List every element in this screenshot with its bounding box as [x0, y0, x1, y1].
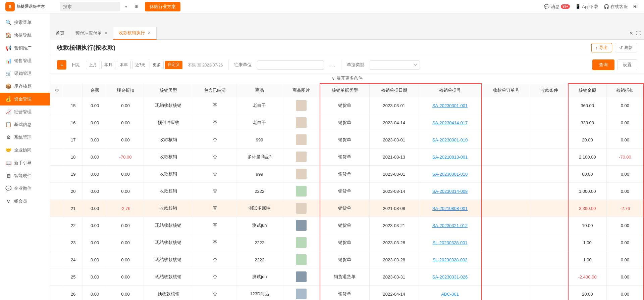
tab-prepay[interactable]: 预付冲应付单 ✕ [70, 27, 113, 40]
td-verify-bill-no[interactable]: SA-20210808-001 [419, 200, 481, 217]
date-btn-more[interactable]: 更多 [150, 61, 164, 69]
tab-home[interactable]: 首页 [50, 27, 70, 40]
message-icon: 💬 [544, 4, 549, 9]
tab-receipt-close[interactable]: ✕ [148, 31, 151, 35]
td-gear [50, 251, 64, 268]
td-balance: 0.00 [83, 114, 107, 131]
td-product: 999 [236, 166, 283, 183]
td-product-img [283, 166, 320, 183]
td-included-settled: 否 [193, 217, 236, 234]
td-product-img [283, 268, 320, 286]
td-product-img [283, 148, 320, 166]
sidebar-item-member[interactable]: V 畅会员 [0, 195, 50, 208]
td-verify-bill-type: 销货单 [320, 286, 370, 300]
td-product: 2222 [236, 183, 283, 200]
td-verify-bill-no[interactable]: SA-20210813-001 [419, 148, 481, 166]
td-verify-bill-no[interactable]: SA-20230301-001 [419, 97, 481, 114]
tab-close-btn[interactable]: ✕ [629, 31, 633, 36]
industry-btn[interactable]: 休验行业方案 [145, 2, 180, 11]
td-verify-type: 收款核销 [144, 148, 193, 166]
date-btn-last-month[interactable]: 上月 [86, 61, 100, 69]
table-row: 22 0.00 0.00 现结收款核销 否 测试jun 销货单 2023-03-… [50, 217, 644, 234]
date-btn-this-year[interactable]: 本年 [117, 61, 131, 69]
sidebar-item-finance[interactable]: 💰 资金管理 [0, 93, 50, 105]
sidebar-item-system[interactable]: ⚙ 系统管理 [0, 131, 50, 144]
td-cash-discount: 0.00 [107, 234, 144, 251]
date-btn-7days[interactable]: 近7天 [132, 61, 149, 69]
expand-more-conditions[interactable]: ∨ 展开更多条件 [50, 74, 644, 83]
enterprise-icon: 🤝 [5, 147, 11, 153]
td-verify-bill-no[interactable]: SL-20230328-002 [419, 251, 481, 268]
sidebar-item-label: 系统管理 [14, 134, 32, 140]
td-verify-type: 收款核销 [144, 131, 193, 148]
td-product: 123D商品 [236, 286, 283, 300]
td-verify-bill-no[interactable]: SA-20230301-010 [419, 166, 481, 183]
settings-btn[interactable]: 设置 [617, 59, 637, 70]
export-btn[interactable]: ↑ 导出 [591, 43, 612, 52]
td-verify-bill-no[interactable]: SA-20230321-012 [419, 217, 481, 234]
tab-maximize-btn[interactable]: ⛶ [636, 31, 641, 36]
th-gear[interactable]: ⚙ [50, 84, 64, 97]
date-btn-this-month[interactable]: 本月 [101, 61, 115, 69]
td-verify-amount: 60.00 [568, 166, 607, 183]
td-verify-bill-no[interactable]: SA-20230331-026 [419, 268, 481, 286]
sidebar-item-marketing[interactable]: 📢 营销推广 [0, 42, 50, 54]
sidebar-item-guide[interactable]: 📖 新手引导 [0, 157, 50, 169]
message-btn[interactable]: 💬 消息 99+ [544, 4, 570, 10]
partner-input[interactable] [257, 60, 324, 70]
td-product-img [283, 200, 320, 217]
td-verify-bill-no[interactable]: SA-20230301-010 [419, 131, 481, 148]
refresh-btn[interactable]: ↺ 刷新 [615, 43, 637, 52]
query-btn[interactable]: 查询 [592, 59, 614, 70]
date-btn-custom[interactable]: 自定义 [165, 61, 182, 69]
td-verify-bill-no[interactable]: SA-20230414-017 [419, 114, 481, 131]
td-verify-bill-no[interactable]: SA-20230314-008 [419, 183, 481, 200]
sidebar-item-hardware[interactable]: 🖥 智能硬件 [0, 169, 50, 182]
td-balance: 0.00 [83, 286, 107, 300]
td-verify-bill-type: 销货退货单 [320, 268, 370, 286]
export-icon: ↑ [596, 45, 598, 50]
sidebar-item-enterprise[interactable]: 🤝 企业协同 [0, 144, 50, 157]
bill-type-select[interactable] [370, 60, 420, 70]
td-product-img [283, 183, 320, 200]
gear-icon[interactable]: ⚙ [132, 2, 141, 11]
tab-receipt[interactable]: 收款核销执行 ✕ [113, 27, 157, 40]
sidebar-item-purchase[interactable]: 🛒 采购管理 [0, 67, 50, 80]
search-input[interactable] [60, 2, 120, 11]
sidebar-item-operations[interactable]: 📈 经营管理 [0, 105, 50, 118]
dropdown-arrow[interactable]: ▼ [124, 4, 128, 9]
td-verify-bill-no[interactable]: ABC-001 [419, 286, 481, 300]
td-product: 测试多属性 [236, 200, 283, 217]
sidebar-item-inventory[interactable]: 📦 库存核算 [0, 80, 50, 93]
sidebar-item-wechat[interactable]: 💬 企业微信 [0, 182, 50, 195]
sidebar-item-search[interactable]: 🔍 搜索菜单 [0, 16, 50, 29]
td-seq: 23 [64, 234, 83, 251]
th-verify-discount: 核销折扣 [606, 84, 644, 97]
app-download-btn[interactable]: 📱 App下载 [575, 4, 598, 10]
tabs-right-actions: ✕ ⛶ [629, 31, 644, 36]
tab-prepay-close[interactable]: ✕ [104, 31, 108, 36]
sidebar-item-quicknav[interactable]: 🏠 快捷导航 [0, 29, 50, 42]
td-seq: 19 [64, 166, 83, 183]
td-verify-discount: -2.76 [606, 200, 644, 217]
td-seq: 20 [64, 183, 83, 200]
td-verify-amount: 1.00 [568, 251, 607, 268]
td-included-settled: 否 [193, 183, 236, 200]
td-receipt-order-no [481, 183, 531, 200]
partner-dots[interactable]: ... [329, 62, 336, 68]
td-product-img [283, 286, 320, 300]
sidebar-item-basic[interactable]: 📋 基础信息 [0, 118, 50, 131]
td-verify-amount: 20.00 [568, 131, 607, 148]
td-verify-bill-type: 销货单 [320, 200, 370, 217]
td-cash-discount: 0.00 [107, 251, 144, 268]
td-verify-bill-no[interactable]: SL-20230328-001 [419, 234, 481, 251]
td-receipt-order-no [481, 200, 531, 217]
filter-expand-btn[interactable]: » [57, 60, 66, 70]
td-seq: 26 [64, 286, 83, 300]
sidebar: 🔍 搜索菜单 🏠 快捷导航 📢 营销推广 📊 销售管理 🛒 采购管理 📦 库存核… [0, 13, 50, 300]
sidebar-item-sales[interactable]: 📊 销售管理 [0, 54, 50, 67]
th-verify-amount: 核销金额 [568, 84, 607, 97]
online-service-btn[interactable]: 🎧 在线客服 [604, 4, 628, 10]
td-verify-bill-date: 2023-03-21 [369, 217, 419, 234]
td-balance: 0.00 [83, 148, 107, 166]
